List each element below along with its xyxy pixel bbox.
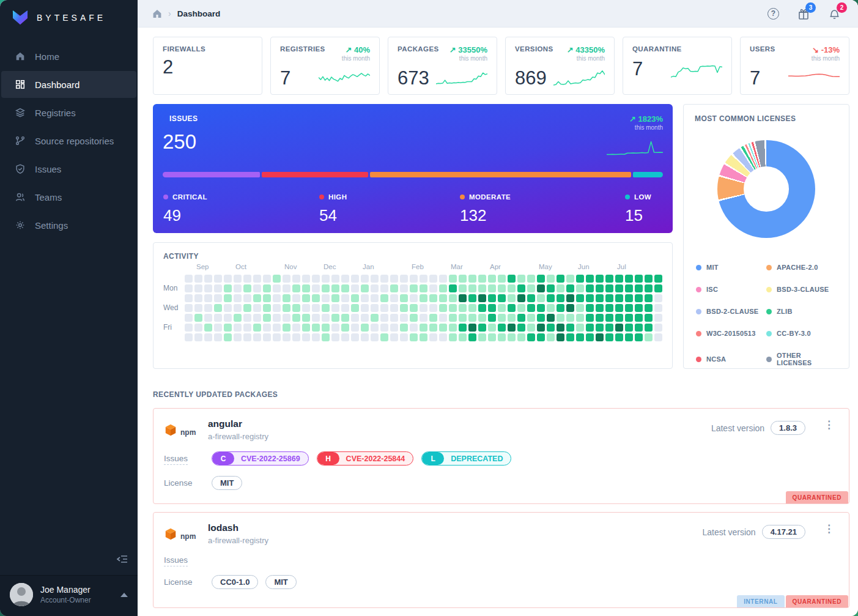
- heatmap-cell: [312, 275, 320, 283]
- heatmap-cell: [576, 275, 584, 283]
- heatmap-cell: [596, 304, 604, 312]
- heatmap-cell: [566, 333, 574, 341]
- heatmap-cell: [410, 304, 418, 312]
- stat-card-packages: PACKAGES ↗ 33550% this month 673: [388, 37, 497, 95]
- collapse-sidebar-icon: [116, 553, 129, 565]
- heatmap-cell: [351, 314, 359, 322]
- heatmap-month-label: Nov: [284, 263, 297, 270]
- sidebar-item-settings[interactable]: Settings: [1, 212, 136, 239]
- shield-check-icon: [15, 163, 26, 174]
- user-menu-caret-icon[interactable]: [120, 593, 128, 597]
- heatmap-cell: [547, 333, 555, 341]
- heatmap-cell: [478, 284, 486, 292]
- sidebar-item-issues[interactable]: Issues: [1, 155, 136, 182]
- legend-item: W3C-20150513: [696, 330, 766, 337]
- help-button[interactable]: ?: [767, 8, 779, 20]
- heatmap-cell: [429, 333, 437, 341]
- heatmap-cell: [263, 324, 271, 332]
- heatmap-cell: [596, 294, 604, 302]
- heatmap-cell: [400, 275, 408, 283]
- package-name[interactable]: angular: [208, 418, 268, 429]
- brand[interactable]: BYTESAFE: [0, 0, 138, 34]
- heatmap-cell: [537, 304, 545, 312]
- breadcrumb: › Dashboard: [152, 9, 220, 18]
- trend-period: this month: [629, 124, 663, 131]
- severity-label: MODERATE: [469, 193, 511, 201]
- heatmap-cell: [498, 304, 506, 312]
- sidebar-item-source-repositories[interactable]: Source repositories: [1, 127, 136, 154]
- heatmap-cell: [351, 284, 359, 292]
- trend-down-icon: ↘: [812, 45, 819, 54]
- stat-label: QUARANTINE: [632, 45, 682, 53]
- legend-dot: [696, 265, 701, 270]
- sidebar-item-registries[interactable]: Registries: [1, 99, 136, 126]
- heatmap-cell: [478, 294, 486, 302]
- heatmap-cell: [635, 314, 643, 322]
- heatmap-cell: [361, 284, 369, 292]
- heatmap-cell: [586, 314, 594, 322]
- heatmap-cell: [371, 304, 379, 312]
- heatmap-cell: [400, 294, 408, 302]
- user-menu[interactable]: Joe Manager Account-Owner: [0, 575, 138, 616]
- heatmap-cell: [439, 294, 447, 302]
- heatmap-cell: [468, 294, 476, 302]
- heatmap-cell: [615, 314, 623, 322]
- sidebar-item-home[interactable]: Home: [1, 43, 136, 70]
- heatmap-cell: [331, 314, 339, 322]
- legend-dot: [696, 309, 701, 314]
- package-name[interactable]: lodash: [208, 522, 268, 533]
- heatmap-cell: [576, 304, 584, 312]
- heatmap-cell: [654, 294, 662, 302]
- heatmap-cell: [537, 314, 545, 322]
- breadcrumb-home[interactable]: [152, 9, 162, 18]
- sidebar-item-teams[interactable]: Teams: [1, 184, 136, 210]
- package-menu-button[interactable]: ⋮: [821, 522, 837, 535]
- heatmap-cell: [517, 304, 525, 312]
- package-registry[interactable]: a-firewall-registry: [208, 432, 268, 441]
- heatmap-cell: [380, 275, 388, 283]
- heatmap-cell: [625, 304, 633, 312]
- heatmap-cell: [263, 333, 271, 341]
- heatmap-cell: [547, 304, 555, 312]
- heatmap-cell: [478, 333, 486, 341]
- package-type-label: npm: [180, 532, 196, 541]
- package-menu-button[interactable]: ⋮: [821, 418, 837, 431]
- sidebar-item-dashboard[interactable]: Dashboard: [1, 71, 136, 98]
- sidebar-bottom: Joe Manager Account-Owner: [0, 548, 138, 616]
- heatmap-cell: [390, 275, 398, 283]
- heatmap-cell: [273, 333, 281, 341]
- issue-badge-cve[interactable]: H CVE-2022-25844: [317, 451, 414, 466]
- package-registry[interactable]: a-firewall-registry: [208, 536, 268, 545]
- notifications-button[interactable]: 2: [828, 7, 841, 20]
- severity-critical: CRITICAL 49: [163, 193, 319, 225]
- legend-dot: [766, 309, 772, 314]
- heatmap-month-label: Jan: [363, 263, 374, 270]
- licenses-legend: MIT APACHE-2.0 ISC BSD-3-CLAUSE BSD-2-CL…: [695, 264, 838, 366]
- heatmap-cell: [537, 333, 545, 341]
- heatmap-cell: [243, 275, 251, 283]
- heatmap-cell: [194, 294, 202, 302]
- heatmap-cell: [331, 304, 339, 312]
- heatmap-cell: [273, 304, 281, 312]
- heatmap-cell: [322, 304, 330, 312]
- collapse-sidebar-button[interactable]: [116, 553, 129, 568]
- legend-item: NCSA: [696, 352, 766, 366]
- legend-label: NCSA: [706, 355, 726, 363]
- heatmap-cell: [410, 324, 418, 332]
- heatmap-cell: [273, 314, 281, 322]
- whats-new-button[interactable]: 3: [797, 7, 810, 20]
- heatmap-cell: [645, 333, 653, 341]
- heatmap-cell: [537, 284, 545, 292]
- heatmap-cell: [625, 275, 633, 283]
- severity-label: HIGH: [328, 193, 347, 201]
- issue-badge-cve[interactable]: C CVE-2022-25869: [212, 451, 309, 466]
- home-icon: [152, 9, 162, 18]
- heatmap-cell: [234, 333, 242, 341]
- stat-card-registries: REGISTRIES ↗ 40% this month 7: [270, 37, 380, 95]
- breadcrumb-current[interactable]: Dashboard: [177, 9, 221, 18]
- severity-chip: C: [212, 452, 234, 465]
- issue-badge-deprecated[interactable]: L DEPRECATED: [421, 451, 511, 466]
- severity-bar-segment: [163, 172, 260, 177]
- stat-value: 869: [515, 69, 547, 87]
- heatmap-cell: [645, 324, 653, 332]
